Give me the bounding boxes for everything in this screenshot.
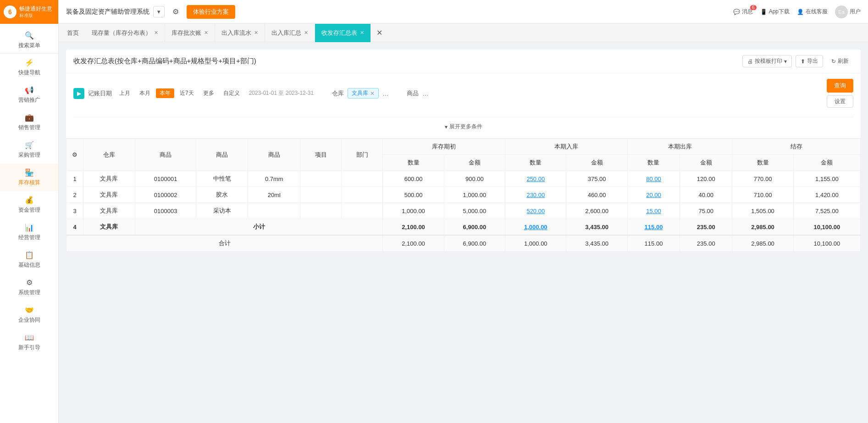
- col-out-group: 本期出库: [627, 139, 732, 155]
- col-project-header: 项目: [300, 139, 342, 171]
- row-project: [300, 171, 342, 187]
- settings-button[interactable]: ⚙: [168, 5, 183, 19]
- warehouse-tag-label: 文具库: [352, 89, 368, 97]
- warehouse-more-button[interactable]: ...: [382, 89, 388, 98]
- row-in-qty[interactable]: 520.00: [505, 203, 566, 219]
- warehouse-tag[interactable]: 文具库 ✕: [348, 88, 379, 99]
- col-settings[interactable]: ⚙: [66, 139, 83, 171]
- close-all-tabs-button[interactable]: ✕: [371, 28, 388, 37]
- row-out-qty[interactable]: 15.00: [627, 203, 680, 219]
- set-button[interactable]: 设置: [827, 95, 853, 108]
- message-button[interactable]: 💬 消息 6: [733, 8, 753, 16]
- subtotal-in-qty-link[interactable]: 1,000.00: [524, 224, 547, 231]
- sidebar-item-guide[interactable]: 📖 新手引导: [0, 329, 58, 356]
- tab-recv-send-summary[interactable]: 收发存汇总表 ✕: [315, 24, 371, 42]
- sidebar-item-sales[interactable]: 💼 销售管理: [0, 109, 58, 136]
- tab-close-icon[interactable]: ✕: [154, 30, 158, 36]
- row-dept: [342, 187, 383, 203]
- sidebar-item-purchase[interactable]: 🛒 采购管理: [0, 136, 58, 164]
- expand-conditions-button[interactable]: ▾ 展开更多条件: [443, 121, 484, 132]
- sidebar-item-collab[interactable]: 🤝 企业协同: [0, 301, 58, 329]
- sidebar-item-inventory[interactable]: 🏪 库存核算: [0, 164, 58, 191]
- print-icon: 🖨: [747, 58, 753, 65]
- header-left: 装备及固定资产辅助管理系统 ▾ ⚙ 体验行业方案: [66, 5, 235, 19]
- inventory-icon: 🏪: [25, 168, 34, 177]
- sidebar-item-marketing[interactable]: 📢 营销推广: [0, 81, 58, 109]
- tab-home-label: 首页: [67, 29, 79, 37]
- out-qty-link[interactable]: 15.00: [646, 208, 661, 214]
- total-open-qty: 2,100.00: [383, 235, 444, 252]
- sidebar-item-label: 企业协同: [18, 316, 40, 324]
- row-no: 2: [66, 187, 83, 203]
- row-in-qty[interactable]: 250.00: [505, 171, 566, 187]
- online-service-button[interactable]: 👤 在线客服: [797, 8, 828, 16]
- row-in-qty[interactable]: 230.00: [505, 187, 566, 203]
- sidebar-item-operations[interactable]: 📊 经营管理: [0, 219, 58, 246]
- sidebar-item-system[interactable]: ⚙ 系统管理: [0, 274, 58, 301]
- tab-close-icon[interactable]: ✕: [304, 30, 308, 36]
- sidebar-item-search[interactable]: 🔍 搜索菜单: [0, 27, 58, 54]
- date-btn-this-month[interactable]: 本月: [136, 88, 154, 98]
- sidebar-item-label: 基础信息: [18, 261, 40, 269]
- tab-stock-dist[interactable]: 现存量（库存分布表） ✕: [85, 24, 165, 42]
- sidebar-item-label: 营销推广: [18, 96, 40, 104]
- warehouse-tag-remove[interactable]: ✕: [370, 90, 375, 97]
- tab-home[interactable]: 首页: [61, 24, 85, 42]
- tab-close-icon[interactable]: ✕: [360, 30, 364, 36]
- col-in-qty-header: 数量: [505, 155, 566, 171]
- system-title: 装备及固定资产辅助管理系统: [66, 8, 149, 16]
- subtotal-open-qty: 2,100.00: [383, 219, 444, 236]
- total-row: 合计 2,100.00 6,900.00 1,000.00 3,435.00 1…: [66, 235, 861, 252]
- out-qty-link[interactable]: 20.00: [646, 192, 661, 198]
- app-download-button[interactable]: 📱 App下载: [760, 8, 790, 16]
- goods-more-button[interactable]: ...: [422, 89, 428, 98]
- in-qty-link[interactable]: 230.00: [526, 192, 545, 198]
- in-qty-link[interactable]: 250.00: [526, 176, 545, 182]
- sidebar-item-label: 库存核算: [18, 179, 40, 187]
- subtotal-no: 4: [66, 219, 83, 236]
- system-dropdown[interactable]: ▾: [153, 6, 165, 17]
- subtotal-out-qty[interactable]: 115.00: [627, 219, 680, 236]
- row-dept: [342, 171, 383, 187]
- sidebar-item-finance[interactable]: 💰 资金管理: [0, 191, 58, 219]
- trial-button[interactable]: 体验行业方案: [187, 5, 235, 19]
- filter-toggle-button[interactable]: ▶: [73, 88, 84, 99]
- tab-stock-batch[interactable]: 库存批次账 ✕: [165, 24, 215, 42]
- subtotal-in-qty[interactable]: 1,000.00: [505, 219, 566, 236]
- date-btn-this-year[interactable]: 本年: [156, 88, 174, 98]
- header-right: 💬 消息 6 📱 App下载 👤 在线客服 Ea 用户: [733, 5, 861, 18]
- search-icon: 🔍: [25, 31, 34, 40]
- date-btn-custom[interactable]: 自定义: [220, 88, 243, 98]
- subtotal-out-qty-link[interactable]: 115.00: [645, 224, 663, 231]
- print-button[interactable]: 🖨 按模板打印 ▾: [742, 55, 792, 67]
- refresh-button[interactable]: ↻ 刷新: [827, 55, 853, 67]
- out-qty-link[interactable]: 80.00: [646, 176, 661, 182]
- row-out-qty[interactable]: 20.00: [627, 187, 680, 203]
- data-table: ⚙ 仓库 商品 商品 商品 项目 部门 库存期初 本期入库 本期出库 结存: [66, 138, 861, 252]
- date-btn-more[interactable]: 更多: [199, 88, 218, 98]
- col-out-amt-header: 金额: [680, 155, 732, 171]
- tab-in-out-summary[interactable]: 出入库汇总 ✕: [265, 24, 315, 42]
- goods-filter-group: 商品 ...: [407, 89, 428, 98]
- export-button[interactable]: ⬆ 导出: [796, 55, 823, 67]
- tab-close-icon[interactable]: ✕: [204, 30, 208, 36]
- date-btn-7days[interactable]: 近7天: [176, 88, 198, 98]
- date-btn-last-month[interactable]: 上月: [116, 88, 134, 98]
- sidebar-item-basic[interactable]: 📋 基础信息: [0, 246, 58, 274]
- logo-icon: 6: [4, 5, 17, 18]
- basic-icon: 📋: [25, 251, 34, 259]
- user-menu[interactable]: Ea 用户: [835, 5, 861, 18]
- subtotal-out-amt: 235.00: [680, 219, 732, 236]
- tab-in-out-flow[interactable]: 出入库流水 ✕: [215, 24, 265, 42]
- table-row: 1 文具库 0100001 中性笔 0.7mm 600.00 900.00 25…: [66, 171, 861, 187]
- sidebar-item-quicknav[interactable]: ⚡ 快捷导航: [0, 54, 58, 81]
- query-button[interactable]: 查询: [827, 79, 853, 93]
- subtotal-label: 小计: [135, 219, 382, 236]
- row-out-qty[interactable]: 80.00: [627, 171, 680, 187]
- row-name: 中性笔: [196, 171, 248, 187]
- online-service-label: 在线客服: [806, 8, 828, 16]
- finance-icon: 💰: [25, 196, 34, 204]
- in-qty-link[interactable]: 520.00: [526, 208, 545, 214]
- row-in-amt: 2,600.00: [566, 203, 627, 219]
- tab-close-icon[interactable]: ✕: [254, 30, 258, 36]
